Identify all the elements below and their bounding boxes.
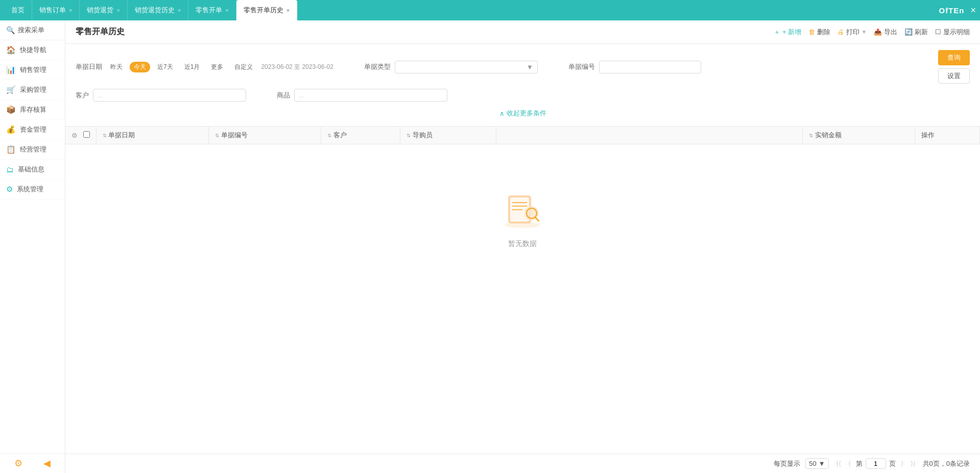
sidebar-item-label: 采购管理 [20, 85, 46, 94]
customer-select[interactable]: ... [93, 89, 246, 102]
goods-label: 商品 [277, 91, 290, 100]
sidebar-item-basic-info[interactable]: 🗂 基础信息 [0, 160, 65, 180]
close-sales-return[interactable]: × [116, 7, 119, 13]
sort-icon[interactable]: ⇅ [103, 133, 107, 138]
date-yesterday[interactable]: 昨天 [106, 62, 127, 72]
col-settings-icon[interactable]: ⚙ [71, 132, 78, 139]
toolbar: ＋ + 新增 🗑 删除 🖨 打印 ▼ 📤 导出 🔄 [774, 28, 970, 37]
brand-label: OfTEn [939, 6, 964, 15]
sort-icon[interactable]: ⇅ [407, 133, 411, 138]
empty-illustration [497, 185, 548, 231]
refresh-icon: 🔄 [904, 28, 913, 36]
prev-page-button[interactable]: ⟨ [846, 459, 853, 468]
sidebar-item-label: 经营管理 [20, 145, 46, 154]
close-retail-open-history[interactable]: × [286, 7, 290, 13]
clipboard-icon: 📋 [6, 145, 16, 154]
date-label: 单据日期 [76, 62, 102, 71]
close-sales-return-history[interactable]: × [178, 7, 181, 13]
sidebar-item-label: 资金管理 [20, 125, 46, 134]
page-nav: ⟨⟨ ⟨ 第 页 ⟩ ⟩⟩ [834, 458, 918, 469]
last-page-button[interactable]: ⟩⟩ [909, 459, 918, 468]
tab-retail-open-history[interactable]: 零售开单历史 × [236, 0, 297, 20]
sidebar-item-system-mgmt[interactable]: ⚙ 系统管理 [0, 180, 65, 200]
table-header-row: ⚙ ⇅ 单据日期 ⇅ 单据编号 ⇅ [65, 127, 980, 144]
chart-icon: 📊 [6, 65, 16, 74]
sidebar-search-label: 搜索采单 [18, 26, 44, 35]
sort-icon[interactable]: ⇅ [327, 133, 331, 138]
sidebar-item-sales-mgmt[interactable]: 📊 销售管理 [0, 60, 65, 80]
content-area: 零售开单历史 ＋ + 新增 🗑 删除 🖨 打印 ▼ 📤 导出 [65, 20, 980, 473]
add-button[interactable]: ＋ + 新增 [774, 28, 801, 37]
goods-placeholder: ... [299, 91, 443, 99]
type-select[interactable]: ▼ [395, 61, 538, 73]
tab-sales-return-history[interactable]: 销货退货历史 × [128, 0, 188, 20]
tab-sales-return[interactable]: 销货退货 × [80, 0, 127, 20]
sidebar-search[interactable]: 🔍 搜索采单 [0, 20, 65, 40]
export-button[interactable]: 📤 导出 [874, 28, 897, 37]
sidebar-item-quick-nav[interactable]: 🏠 快捷导航 [0, 40, 65, 60]
delete-button[interactable]: 🗑 删除 [808, 28, 830, 37]
money-icon: 💰 [6, 125, 16, 134]
window-close-button[interactable]: × [970, 5, 976, 16]
date-filter: 单据日期 昨天 今天 近7天 近1月 更多 自定义 2023-06-02 至 2… [76, 62, 333, 72]
collapse-more-button[interactable]: ∧ 收起更多条件 [76, 107, 970, 120]
col-settings-header: ⚙ [65, 127, 96, 144]
number-label: 单据编号 [568, 62, 595, 71]
tab-home[interactable]: 首页 [4, 0, 32, 20]
settings-icon[interactable]: ⚙ [14, 458, 22, 469]
box-icon: 📦 [6, 105, 16, 114]
close-sales-order[interactable]: × [69, 7, 72, 13]
tab-sales-order[interactable]: 销售订单 × [32, 0, 80, 20]
page-header: 零售开单历史 ＋ + 新增 🗑 删除 🖨 打印 ▼ 📤 导出 [65, 20, 980, 44]
close-retail-open[interactable]: × [225, 7, 228, 13]
page-title: 零售开单历史 [76, 27, 125, 37]
goods-select[interactable]: ... [294, 89, 447, 102]
number-input[interactable] [599, 61, 701, 73]
sidebar-item-label: 基础信息 [18, 165, 44, 174]
sidebar-item-purchase-mgmt[interactable]: 🛒 采购管理 [0, 80, 65, 100]
sidebar-item-finance[interactable]: 💰 资金管理 [0, 120, 65, 140]
print-icon: 🖨 [838, 28, 844, 36]
sidebar-item-label: 库存核算 [20, 105, 46, 114]
date-7days[interactable]: 近7天 [153, 62, 177, 72]
sidebar-item-label: 销售管理 [20, 65, 46, 74]
empty-state: 暂无数据 [65, 144, 980, 289]
filter-row-1: 单据日期 昨天 今天 近7天 近1月 更多 自定义 2023-06-02 至 2… [76, 50, 970, 84]
col-guide-header: ⇅ 导购员 [400, 127, 496, 144]
customer-label: 客户 [76, 91, 89, 100]
table-wrapper: ⚙ ⇅ 单据日期 ⇅ 单据编号 ⇅ [65, 127, 980, 454]
refresh-button[interactable]: 🔄 刷新 [904, 28, 928, 37]
settings-button[interactable]: 设置 [938, 68, 970, 84]
goods-filter: 商品 ... [277, 89, 447, 102]
type-dropdown-icon: ▼ [527, 63, 533, 71]
folder-icon: 🗂 [6, 165, 14, 174]
next-page-button[interactable]: ⟩ [899, 459, 905, 468]
select-all-checkbox[interactable] [83, 131, 90, 138]
page-size-select[interactable]: 50 ▼ [805, 458, 828, 469]
print-button[interactable]: 🖨 打印 ▼ [838, 28, 867, 37]
main-layout: 🔍 搜索采单 🏠 快捷导航 📊 销售管理 🛒 采购管理 📦 库存核算 💰 [0, 20, 980, 473]
sidebar-bottom: ⚙ ◀ [0, 453, 65, 473]
sidebar-item-inventory[interactable]: 📦 库存核算 [0, 100, 65, 120]
col-customer-header: ⇅ 客户 [321, 127, 400, 144]
sort-icon[interactable]: ⇅ [809, 133, 813, 138]
type-label: 单据类型 [364, 62, 391, 71]
display-detail-button[interactable]: ☐ 显示明细 [935, 28, 970, 37]
query-button[interactable]: 查询 [938, 50, 970, 65]
date-1month[interactable]: 近1月 [180, 62, 204, 72]
page-number-input[interactable] [866, 458, 886, 469]
date-custom[interactable]: 自定义 [230, 62, 257, 72]
sort-icon[interactable]: ⇅ [215, 133, 219, 138]
tab-bar: 首页 销售订单 × 销货退货 × 销货退货历史 × 零售开单 × 零售开单历史 … [0, 0, 980, 20]
date-today[interactable]: 今天 [130, 62, 150, 72]
total-label: 共0页，0条记录 [923, 459, 970, 468]
sidebar-item-label: 系统管理 [17, 185, 43, 194]
customer-filter: 客户 ... [76, 89, 246, 102]
data-table: ⚙ ⇅ 单据日期 ⇅ 单据编号 ⇅ [65, 127, 980, 289]
first-page-button[interactable]: ⟨⟨ [834, 459, 843, 468]
collapse-icon[interactable]: ◀ [43, 458, 51, 469]
date-more[interactable]: 更多 [207, 62, 227, 72]
tab-retail-open[interactable]: 零售开单 × [188, 0, 236, 20]
sidebar-item-operations[interactable]: 📋 经营管理 [0, 140, 65, 160]
col-amount-header: ⇅ 实销金额 [803, 127, 915, 144]
